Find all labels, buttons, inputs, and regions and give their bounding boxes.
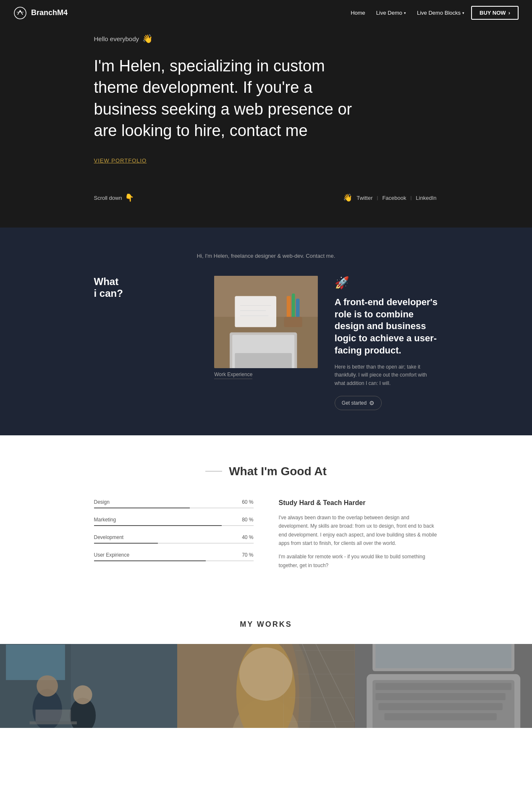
social-separator: | [410, 195, 411, 200]
skills-bars: Design 60 % Marketing 80 % Development [94, 499, 254, 570]
hero-greeting: Hello everybody 👋 [94, 34, 438, 44]
social-links: 👋 Twitter | Facebook | LinkedIn [343, 193, 438, 202]
work-item-3[interactable] [355, 644, 532, 728]
work-item-1[interactable] [0, 644, 177, 728]
hero-title: I'm Helen, specializing in custom theme … [94, 55, 363, 141]
hand-down-icon: 👇 [125, 193, 134, 202]
works-grid [0, 644, 532, 728]
skill-pct: 80 % [242, 517, 253, 523]
nav-live-demo[interactable]: Live Demo ▾ [372, 8, 410, 18]
skill-bar-bg [94, 525, 254, 526]
skill-bar-bg [94, 543, 254, 544]
svg-rect-12 [284, 317, 302, 327]
skill-bar-bg [94, 560, 254, 561]
linkedin-link[interactable]: LinkedIn [414, 194, 438, 202]
skill-bar-fill [94, 525, 222, 526]
skill-bar-fill [94, 508, 190, 508]
feature-desc: Here is better than the open air; take i… [335, 363, 438, 387]
skill-pct: 70 % [242, 552, 253, 558]
skill-ux: User Expirience 70 % [94, 552, 254, 561]
svg-rect-8 [235, 353, 292, 368]
skill-bar-fill [94, 560, 206, 561]
study-title: Study Hard & Teach Harder [279, 499, 438, 507]
skills-right: Study Hard & Teach Harder I've always be… [279, 499, 438, 570]
work-overlay-1 [0, 644, 177, 728]
what-section: Hi, I'm Helen, freelance designer & web-… [0, 228, 532, 435]
what-left: What i can? [94, 276, 198, 299]
desk-illustration [214, 276, 318, 368]
twitter-link[interactable]: Twitter [355, 194, 374, 202]
gear-icon: ⚙ [369, 400, 375, 406]
skill-marketing: Marketing 80 % [94, 517, 254, 526]
what-heading: What i can? [94, 276, 198, 299]
feature-title: A front-end developer's role is to combi… [335, 296, 438, 356]
svg-point-1 [19, 10, 21, 12]
what-subtitle: Hi, I'm Helen, freelance designer & web-… [0, 253, 532, 259]
skill-label: Marketing [94, 517, 116, 523]
chevron-down-icon: ▾ [462, 11, 464, 15]
study-desc1: I've always been drawn to the overlap be… [279, 513, 438, 548]
skill-bar-bg [94, 508, 254, 508]
skills-inner: Design 60 % Marketing 80 % Development [77, 499, 455, 570]
social-separator: | [377, 195, 378, 200]
works-section: MY WORKS [0, 599, 532, 728]
navbar: BranchM4 Home Live Demo ▾ Live Demo Bloc… [0, 0, 532, 26]
what-center: Work Experience [214, 276, 318, 379]
skill-pct: 40 % [242, 534, 253, 540]
wave-icon: 👋 [142, 34, 153, 44]
what-image [214, 276, 318, 368]
svg-point-0 [14, 7, 26, 19]
buy-now-button[interactable]: BUY NOW › [471, 6, 519, 20]
what-inner: What i can? [77, 276, 455, 410]
skill-bar-fill [94, 543, 158, 544]
skill-label: Design [94, 499, 110, 505]
facebook-link[interactable]: Facebook [380, 194, 408, 202]
skill-label: User Expirience [94, 552, 130, 558]
logo-text: BranchM4 [31, 8, 68, 17]
view-portfolio-link[interactable]: VIEW PORTFOLIO [94, 157, 147, 164]
work-item-2[interactable] [177, 644, 354, 728]
rocket-icon: 🚀 [335, 276, 438, 290]
chevron-down-icon: ▾ [404, 11, 406, 15]
what-right: 🚀 A front-end developer's role is to com… [335, 276, 438, 410]
nav-live-demo-blocks[interactable]: Live Demo Blocks ▾ [413, 8, 469, 18]
nav-home[interactable]: Home [346, 8, 370, 18]
get-started-button[interactable]: Get started ⚙ [335, 396, 382, 410]
nav-links: Home Live Demo ▾ Live Demo Blocks ▾ BUY … [346, 6, 519, 20]
work-overlay-2 [177, 644, 354, 728]
works-title: MY WORKS [0, 620, 532, 629]
study-desc2: I'm available for remote work - if you w… [279, 552, 438, 570]
skill-label: Development [94, 534, 124, 540]
logo[interactable]: BranchM4 [13, 6, 68, 20]
skills-header: What I'm Good At [0, 465, 532, 478]
skill-development: Development 40 % [94, 534, 254, 544]
skills-section: What I'm Good At Design 60 % Marketing 8… [0, 435, 532, 599]
svg-rect-13 [235, 296, 276, 327]
social-wave-icon: 👋 [343, 193, 352, 202]
work-overlay-3 [355, 644, 532, 728]
arrow-icon: › [508, 10, 510, 16]
work-experience-link[interactable]: Work Experience [214, 372, 252, 379]
header-line [205, 471, 222, 471]
skills-title: What I'm Good At [229, 465, 327, 478]
scroll-down: Scroll down 👇 [94, 193, 134, 202]
hero-bottom: Scroll down 👇 👋 Twitter | Facebook | Lin… [94, 193, 438, 202]
logo-icon [13, 6, 27, 20]
skill-design: Design 60 % [94, 499, 254, 508]
hero-section: Hello everybody 👋 I'm Helen, specializin… [0, 0, 532, 228]
skill-pct: 60 % [242, 499, 253, 505]
